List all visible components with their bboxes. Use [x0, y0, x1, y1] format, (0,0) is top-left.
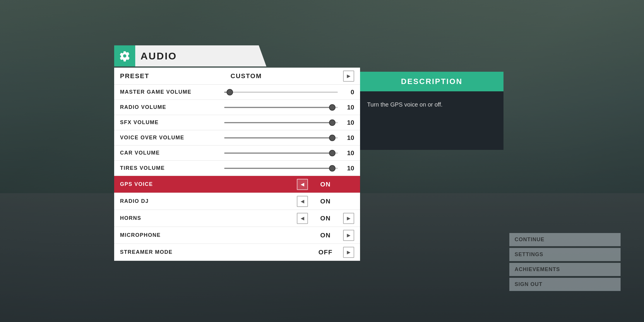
main-panel: AUDIO PRESET CUSTOM ▶ MASTER GAME VOLUME…: [114, 45, 360, 261]
slider-track-1: [224, 107, 338, 108]
toggle-value-2: ON: [308, 215, 343, 222]
toggle-row: STREAMER MODE OFF ▶: [114, 244, 360, 261]
slider-label-2: SFX VOLUME: [120, 119, 220, 126]
slider-label-5: TIRES VOLUME: [120, 165, 220, 171]
slider-label-0: MASTER GAME VOLUME: [120, 89, 220, 95]
side-panel-item: SIGN OUT: [509, 278, 621, 291]
toggle-label-1: RADIO DJ: [120, 198, 220, 204]
slider-row: MASTER GAME VOLUME 0: [114, 85, 360, 100]
audio-title: AUDIO: [135, 50, 177, 62]
slider-row: TIRES VOLUME 10: [114, 161, 360, 176]
description-text: Turn the GPS voice on or off.: [367, 100, 496, 109]
slider-track-3: [224, 137, 338, 138]
slider-row: VOICE OVER VOLUME 10: [114, 130, 360, 145]
toggle-label-0: GPS VOICE: [120, 181, 220, 187]
slider-track-5: [224, 168, 338, 169]
preset-label: PRESET: [120, 72, 149, 80]
slider-value-3: 10: [342, 134, 354, 142]
toggle-rows-container: GPS VOICE ◀ ON RADIO DJ ◀ ON HORNS ◀ ON …: [114, 176, 360, 261]
audio-header: AUDIO: [114, 45, 266, 66]
slider-thumb-4[interactable]: [329, 150, 335, 156]
custom-label: CUSTOM: [231, 72, 262, 80]
toggle-row: RADIO DJ ◀ ON: [114, 193, 360, 210]
slider-thumb-5[interactable]: [329, 165, 335, 172]
slider-fill-4: [224, 153, 332, 154]
slider-track-4: [224, 153, 338, 154]
slider-thumb-2[interactable]: [329, 119, 335, 126]
toggle-label-3: MICROPHONE: [120, 232, 220, 238]
toggle-right-btn-3[interactable]: ▶: [343, 230, 354, 241]
side-panel-item: CONTINUE: [509, 233, 621, 246]
slider-thumb-1[interactable]: [329, 104, 335, 111]
toggle-row: GPS VOICE ◀ ON: [114, 176, 360, 193]
slider-row: SFX VOLUME 10: [114, 115, 360, 130]
slider-value-2: 10: [342, 119, 354, 126]
toggle-row: MICROPHONE ON ▶: [114, 227, 360, 244]
audio-icon-bg: [114, 45, 135, 66]
slider-track-container-0[interactable]: [224, 91, 338, 94]
slider-track-2: [224, 122, 338, 123]
toggle-left-btn-1[interactable]: ◀: [297, 196, 308, 207]
slider-track-container-2[interactable]: [224, 121, 338, 124]
slider-fill-3: [224, 137, 332, 138]
toggle-value-4: OFF: [308, 249, 343, 256]
side-panel: CONTINUE SETTINGS ACHIEVEMENTS SIGN OUT: [509, 233, 621, 293]
toggle-value-0: ON: [308, 181, 343, 188]
slider-label-1: RADIO VOLUME: [120, 104, 220, 110]
side-panel-item: SETTINGS: [509, 248, 621, 261]
slider-value-4: 10: [342, 149, 354, 157]
toggle-value-3: ON: [308, 232, 343, 239]
slider-value-5: 10: [342, 165, 354, 172]
toggle-value-1: ON: [308, 198, 343, 205]
preset-row: PRESET CUSTOM ▶: [114, 68, 360, 85]
slider-fill-5: [224, 168, 332, 169]
toggle-right-btn-4[interactable]: ▶: [343, 247, 354, 258]
slider-track-container-3[interactable]: [224, 136, 338, 139]
slider-row: CAR VOLUME 10: [114, 145, 360, 161]
toggle-row: HORNS ◀ ON ▶: [114, 210, 360, 227]
description-header: DESCRIPTION: [360, 72, 503, 91]
description-body: Turn the GPS voice on or off.: [360, 91, 503, 150]
slider-track-container-1[interactable]: [224, 106, 338, 109]
slider-fill-2: [224, 122, 332, 123]
side-panel-item: ACHIEVEMENTS: [509, 263, 621, 276]
slider-label-3: VOICE OVER VOLUME: [120, 135, 220, 141]
slider-track-container-4[interactable]: [224, 152, 338, 155]
slider-label-4: CAR VOLUME: [120, 150, 220, 156]
toggle-label-2: HORNS: [120, 215, 220, 221]
toggle-right-btn-2[interactable]: ▶: [343, 213, 354, 224]
toggle-label-4: STREAMER MODE: [120, 249, 220, 255]
slider-value-0: 0: [342, 88, 354, 96]
slider-fill-1: [224, 107, 332, 108]
toggle-left-btn-2[interactable]: ◀: [297, 213, 308, 224]
settings-panel: PRESET CUSTOM ▶ MASTER GAME VOLUME 0 RAD…: [114, 68, 360, 261]
description-title: DESCRIPTION: [401, 77, 463, 86]
description-panel: DESCRIPTION Turn the GPS voice on or off…: [360, 72, 503, 150]
slider-row: RADIO VOLUME 10: [114, 100, 360, 115]
slider-rows-container: MASTER GAME VOLUME 0 RADIO VOLUME 10 SFX…: [114, 85, 360, 176]
slider-value-1: 10: [342, 104, 354, 111]
slider-track-0: [224, 92, 338, 93]
slider-track-container-5[interactable]: [224, 167, 338, 170]
gear-icon: [119, 50, 130, 61]
slider-thumb-3[interactable]: [329, 135, 335, 141]
slider-thumb-0[interactable]: [227, 89, 233, 95]
preset-nav-right-button[interactable]: ▶: [343, 71, 354, 82]
toggle-left-btn-0[interactable]: ◀: [297, 179, 308, 190]
